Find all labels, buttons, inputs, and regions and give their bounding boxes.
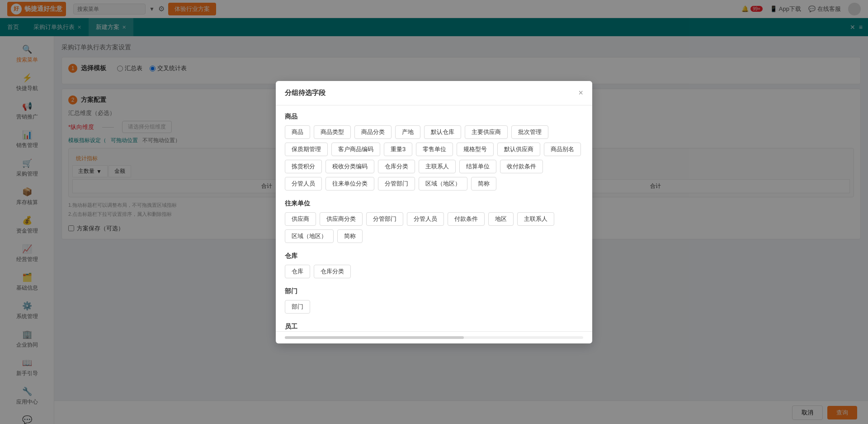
field-chip-1-3[interactable]: 分管人员 [407,212,444,226]
field-chip-2-0[interactable]: 仓库 [285,265,310,278]
field-chip-0-21[interactable]: 往来单位分类 [326,177,374,191]
field-chip-0-10[interactable]: 零售单位 [416,143,453,156]
modal-section-title-1: 往来单位 [285,200,583,208]
modal-section-chips-0: 商品商品类型商品分类产地默认仓库主要供应商批次管理保质期管理客户商品编码重量3零… [285,125,583,191]
field-chip-0-2[interactable]: 商品分类 [354,125,392,139]
field-chip-1-8[interactable]: 简称 [337,229,363,243]
field-chip-0-4[interactable]: 默认仓库 [424,125,461,139]
modal: 分组待选字段 × 商品商品商品类型商品分类产地默认仓库主要供应商批次管理保质期管… [276,81,592,343]
field-chip-0-18[interactable]: 结算单位 [459,160,496,173]
modal-section-title-4: 员工 [285,323,583,331]
modal-section-chips-2: 仓库仓库分类 [285,265,583,278]
modal-section-title-0: 商品 [285,113,583,121]
modal-header: 分组待选字段 × [276,81,592,105]
field-chip-0-1[interactable]: 商品类型 [314,125,351,139]
modal-section-title-2: 仓库 [285,252,583,260]
modal-scrollbar[interactable] [285,336,583,339]
field-chip-0-14[interactable]: 拣货积分 [285,160,322,173]
field-chip-0-8[interactable]: 客户商品编码 [331,143,380,156]
field-chip-2-1[interactable]: 仓库分类 [314,265,351,278]
field-chip-0-12[interactable]: 默认供应商 [497,143,540,156]
field-chip-0-20[interactable]: 分管人员 [285,177,322,191]
field-chip-0-13[interactable]: 商品别名 [544,143,581,156]
field-chip-0-19[interactable]: 收付款条件 [500,160,543,173]
field-chip-0-0[interactable]: 商品 [285,125,310,139]
modal-footer [276,331,592,343]
field-chip-3-0[interactable]: 部门 [285,300,310,314]
field-chip-1-2[interactable]: 分管部门 [366,212,403,226]
modal-close-button[interactable]: × [578,88,583,98]
modal-section-chips-3: 部门 [285,300,583,314]
modal-section-0: 商品商品商品类型商品分类产地默认仓库主要供应商批次管理保质期管理客户商品编码重量… [285,113,583,191]
field-chip-0-9[interactable]: 重量3 [384,143,412,156]
field-chip-1-6[interactable]: 主联系人 [517,212,554,226]
modal-section-2: 仓库仓库仓库分类 [285,252,583,278]
field-chip-1-5[interactable]: 地区 [488,212,514,226]
field-chip-0-22[interactable]: 分管部门 [378,177,415,191]
field-chip-0-7[interactable]: 保质期管理 [285,143,328,156]
field-chip-0-11[interactable]: 规格型号 [457,143,494,156]
field-chip-0-6[interactable]: 批次管理 [511,125,548,139]
modal-section-title-3: 部门 [285,287,583,295]
field-chip-0-17[interactable]: 主联系人 [419,160,456,173]
modal-section-1: 往来单位供应商供应商分类分管部门分管人员付款条件地区主联系人区域（地区）简称 [285,200,583,243]
modal-section-3: 部门部门 [285,287,583,314]
field-chip-1-4[interactable]: 付款条件 [448,212,485,226]
modal-section-4: 员工业务员 [285,323,583,331]
field-chip-0-16[interactable]: 仓库分类 [378,160,415,173]
field-chip-0-3[interactable]: 产地 [395,125,420,139]
field-chip-0-5[interactable]: 主要供应商 [465,125,508,139]
field-chip-1-0[interactable]: 供应商 [285,212,316,226]
field-chip-1-7[interactable]: 区域（地区） [285,229,334,243]
modal-title: 分组待选字段 [285,89,326,97]
field-chip-1-1[interactable]: 供应商分类 [320,212,363,226]
field-chip-0-15[interactable]: 税收分类编码 [326,160,374,173]
field-chip-0-24[interactable]: 简称 [471,177,496,191]
modal-body: 商品商品商品类型商品分类产地默认仓库主要供应商批次管理保质期管理客户商品编码重量… [276,105,592,331]
modal-overlay[interactable]: 分组待选字段 × 商品商品商品类型商品分类产地默认仓库主要供应商批次管理保质期管… [0,0,868,424]
modal-section-chips-1: 供应商供应商分类分管部门分管人员付款条件地区主联系人区域（地区）简称 [285,212,583,243]
field-chip-0-23[interactable]: 区域（地区） [419,177,467,191]
